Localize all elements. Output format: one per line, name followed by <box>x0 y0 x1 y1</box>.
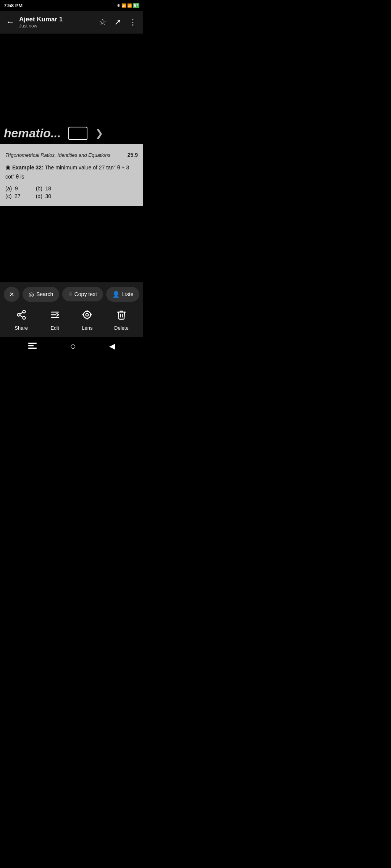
listen-icon: 👤 <box>112 291 120 298</box>
signal-icon: 📶 <box>127 3 132 8</box>
document-content-area: Trigonometrical Ratios, Identities and E… <box>0 144 143 206</box>
example-label: Example 32: <box>12 164 44 171</box>
close-button[interactable]: ✕ <box>4 287 19 302</box>
option-d: (d) 30 <box>36 193 51 199</box>
options-col-right: (b) 18 (d) 30 <box>36 185 51 199</box>
svg-rect-16 <box>28 348 37 349</box>
gear-icon: ⚙ <box>117 3 120 8</box>
options-row: (a) 9 (c) 27 (b) 18 (d) 30 <box>5 185 138 199</box>
listen-label: Liste <box>122 291 134 297</box>
nav-menu-icon[interactable] <box>28 341 37 351</box>
option-a: (a) 9 <box>5 185 21 192</box>
share-label: Share <box>15 325 28 331</box>
more-options-icon[interactable]: ⋮ <box>126 14 140 30</box>
share-icon[interactable]: ↗ <box>111 14 124 30</box>
back-button[interactable]: ← <box>3 14 18 30</box>
edit-action[interactable]: Edit <box>50 309 60 331</box>
wifi-icon: 📶 <box>121 3 126 8</box>
svg-point-8 <box>84 311 91 319</box>
lens-action-icon <box>82 309 92 323</box>
dark-top-area: hematio... ❯ <box>0 34 143 144</box>
title-block: Ajeet Kumar 1 Just now <box>19 16 96 29</box>
status-time: 7:58 PM <box>4 3 23 8</box>
delete-action[interactable]: Delete <box>114 309 129 331</box>
chat-title: Ajeet Kumar 1 <box>19 16 96 23</box>
option-b: (b) 18 <box>36 185 51 192</box>
delete-label: Delete <box>114 325 129 331</box>
nav-back-icon[interactable]: ◀ <box>109 341 115 351</box>
doc-subtitle: Trigonometrical Ratios, Identities and E… <box>5 151 138 159</box>
lens-label: Lens <box>82 325 92 331</box>
options-section: (a) 9 (c) 27 (b) 18 (d) 30 <box>5 185 138 199</box>
status-icons: ⚙ 📶 📶 67 <box>117 3 139 8</box>
toolbar-actions-row: Share Edit <box>4 307 139 334</box>
listen-button[interactable]: 👤 Liste <box>106 287 140 302</box>
bottom-toolbar: ✕ ◎ Search ≡ Copy text 👤 Liste Share <box>0 282 143 337</box>
options-col-left: (a) 9 (c) 27 <box>5 185 21 199</box>
nav-home-icon[interactable]: ○ <box>70 341 76 351</box>
copy-text-label: Copy text <box>74 291 97 297</box>
nav-bar: ○ ◀ <box>0 337 143 355</box>
app-bar-actions: ☆ ↗ ⋮ <box>96 14 140 30</box>
search-button[interactable]: ◎ Search <box>23 287 59 302</box>
close-icon: ✕ <box>9 291 14 298</box>
edit-label: Edit <box>50 325 59 331</box>
chat-subtitle: Just now <box>19 23 96 29</box>
share-action[interactable]: Share <box>15 309 28 331</box>
option-c: (c) 27 <box>5 193 21 199</box>
delete-action-icon <box>116 309 127 323</box>
svg-line-4 <box>20 312 23 314</box>
svg-line-3 <box>20 316 23 317</box>
edit-action-icon <box>50 309 60 323</box>
star-icon[interactable]: ☆ <box>96 14 110 30</box>
partial-text-row: hematio... ❯ <box>0 126 107 140</box>
search-lens-icon: ◎ <box>29 291 34 298</box>
battery-indicator: 67 <box>133 3 139 8</box>
toolbar-top-row: ✕ ◎ Search ≡ Copy text 👤 Liste <box>4 287 139 302</box>
partial-arrow: ❯ <box>95 127 103 139</box>
status-bar: 7:58 PM ⚙ 📶 📶 67 <box>0 0 143 11</box>
doc-subtitle-text: Trigonometrical Ratios, Identities and E… <box>5 151 110 159</box>
partial-word: hematio... <box>4 126 61 140</box>
lens-action[interactable]: Lens <box>82 309 92 331</box>
circle-icon: ◉ <box>5 164 11 171</box>
svg-point-9 <box>86 313 89 316</box>
tab-indicator <box>68 127 87 140</box>
doc-example: ◉ Example 32: The minimum value of 27 ta… <box>5 162 138 182</box>
search-label: Search <box>36 291 53 297</box>
app-bar: ← Ajeet Kumar 1 Just now ☆ ↗ ⋮ <box>0 11 143 34</box>
copy-text-button[interactable]: ≡ Copy text <box>62 287 103 301</box>
svg-rect-15 <box>28 345 34 346</box>
copy-icon: ≡ <box>68 291 72 298</box>
svg-rect-14 <box>28 343 37 344</box>
dark-middle-area <box>0 206 143 282</box>
page-number: 25.9 <box>128 151 138 159</box>
share-action-icon <box>16 309 27 323</box>
